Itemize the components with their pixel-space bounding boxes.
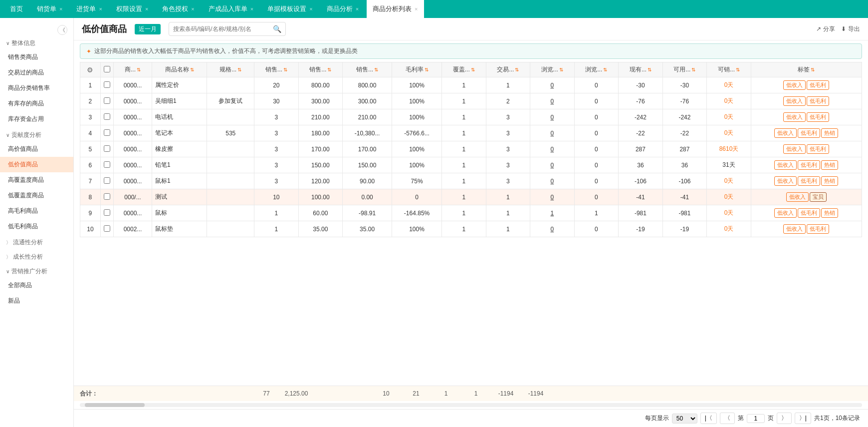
table-row[interactable]: 1 0000... 属性定价 20 800.00 800.00 100% 1 1… (80, 77, 862, 93)
table-row[interactable]: 3 0000... 电话机 3 210.00 210.00 100% 1 3 0… (80, 109, 862, 125)
close-icon[interactable]: × (309, 6, 312, 12)
sidebar-item-category-sales-rate[interactable]: 商品分类销售率 (0, 80, 73, 96)
row-checkbox[interactable] (104, 113, 110, 120)
cell-checkbox[interactable] (100, 141, 113, 157)
cell-checkbox[interactable] (100, 93, 113, 109)
share-button[interactable]: ↗ 分享 (816, 25, 835, 33)
table-row[interactable]: 2 0000... 吴细细1 参加复试 30 300.00 300.00 100… (80, 93, 862, 109)
horizontal-scrollbar[interactable] (80, 403, 862, 407)
col-available[interactable]: 可用...⇅ (662, 62, 707, 77)
current-page-input[interactable] (747, 414, 765, 423)
table-row[interactable]: 9 0000... 鼠标 1 60.00 -98.91 -164.85% 1 1… (80, 205, 862, 221)
cell-browse1[interactable]: 0 (530, 125, 575, 141)
export-button[interactable]: ⬇ 导出 (841, 25, 860, 33)
nav-product-analysis-list[interactable]: 商品分析列表× (367, 0, 424, 18)
col-amount[interactable]: 销售...⇅ (343, 62, 392, 77)
close-icon[interactable]: × (191, 6, 194, 12)
cell-checkbox[interactable] (100, 189, 113, 205)
nav-purchase[interactable]: 进货单× (70, 0, 108, 18)
col-gross-rate[interactable]: 毛利率⇅ (392, 62, 442, 77)
table-row[interactable]: 4 0000... 笔记本 535 3 180.00 -10,380... -5… (80, 125, 862, 141)
sidebar-item-low-value[interactable]: 低价值商品 (0, 157, 73, 172)
nav-home[interactable]: 首页 (4, 0, 29, 18)
col-settings[interactable]: ⚙ (80, 62, 101, 77)
cell-checkbox[interactable] (100, 125, 113, 141)
sidebar-item-new-products[interactable]: 新品 (0, 293, 73, 309)
cell-browse1[interactable]: 0 (530, 141, 575, 157)
table-row[interactable]: 6 0000... 铅笔1 3 150.00 150.00 100% 1 3 0… (80, 157, 862, 173)
row-checkbox[interactable] (104, 145, 110, 152)
search-input[interactable] (173, 25, 273, 32)
scrollbar-thumb[interactable] (85, 403, 145, 407)
col-stock[interactable]: 现有...⇅ (619, 62, 663, 77)
cell-checkbox[interactable] (100, 109, 113, 125)
nav-permissions[interactable]: 权限设置× (110, 0, 154, 18)
close-icon[interactable]: × (250, 6, 253, 12)
col-browse1[interactable]: 浏览...⇅ (530, 62, 575, 77)
table-row[interactable]: 10 0002... 鼠标垫 1 35.00 35.00 100% 1 1 0 … (80, 221, 862, 237)
row-checkbox[interactable] (104, 129, 110, 136)
sidebar-item-low-coverage[interactable]: 低覆盖度商品 (0, 188, 73, 203)
cell-checkbox[interactable] (100, 221, 113, 237)
row-checkbox[interactable] (104, 209, 110, 216)
cell-checkbox[interactable] (100, 173, 113, 189)
sidebar-item-high-coverage[interactable]: 高覆盖度商品 (0, 172, 73, 188)
select-all-checkbox[interactable] (104, 66, 110, 72)
close-icon[interactable]: × (356, 6, 359, 12)
nav-sales[interactable]: 销货单× (31, 0, 68, 18)
close-icon[interactable]: × (59, 6, 62, 12)
row-checkbox[interactable] (104, 97, 110, 104)
cell-browse1[interactable]: 0 (530, 93, 575, 109)
sidebar-item-all-products[interactable]: 全部商品 (0, 278, 73, 293)
col-saleable[interactable]: 可销...⇅ (707, 62, 751, 77)
sidebar-item-traded-products[interactable]: 交易过的商品 (0, 65, 73, 80)
row-checkbox[interactable] (104, 81, 110, 88)
sidebar-item-high-margin[interactable]: 高毛利商品 (0, 203, 73, 219)
nav-template[interactable]: 单据模板设置× (261, 0, 318, 18)
sidebar-item-inventory-funds[interactable]: 库存资金占用 (0, 111, 73, 127)
col-tags[interactable]: 标签⇅ (751, 62, 862, 77)
col-spec[interactable]: 规格...⇅ (207, 62, 254, 77)
col-qty[interactable]: 销售...⇅ (254, 62, 299, 77)
per-page-select[interactable]: 50 100 200 (672, 414, 697, 424)
sidebar-section-contribution[interactable]: ∨贡献度分析 (0, 127, 73, 141)
col-code[interactable]: 商...⇅ (113, 62, 152, 77)
cell-browse1[interactable]: 0 (530, 221, 575, 237)
sidebar-section-circulation[interactable]: 〉流通性分析 (0, 234, 73, 249)
first-page-btn[interactable]: |〈 (700, 413, 717, 424)
sidebar-item-in-stock-products[interactable]: 有库存的商品 (0, 96, 73, 111)
close-icon[interactable]: × (99, 6, 102, 12)
prev-page-btn[interactable]: 〈 (720, 413, 735, 424)
col-coverage[interactable]: 覆盖...⇅ (442, 62, 486, 77)
col-price[interactable]: 销售...⇅ (298, 62, 343, 77)
nav-finished-goods[interactable]: 产成品入库单× (203, 0, 259, 18)
sidebar-item-low-margin[interactable]: 低毛利商品 (0, 219, 73, 234)
cell-browse1[interactable]: 1 (530, 205, 575, 221)
row-checkbox[interactable] (104, 161, 110, 168)
nav-role-auth[interactable]: 角色授权× (156, 0, 200, 18)
period-button[interactable]: 近一月 (135, 24, 161, 34)
cell-checkbox[interactable] (100, 77, 113, 93)
sidebar-item-high-value[interactable]: 高价值商品 (0, 141, 73, 157)
sidebar-item-sales-products[interactable]: 销售类商品 (0, 49, 73, 65)
row-checkbox[interactable] (104, 177, 110, 184)
table-row[interactable]: 5 0000... 橡皮擦 3 170.00 170.00 100% 1 3 0… (80, 141, 862, 157)
last-page-btn[interactable]: 〉| (795, 413, 811, 424)
table-row[interactable]: 8 000/... 测试 10 100.00 0.00 0 1 1 0 0 -4… (80, 189, 862, 205)
nav-product-analysis[interactable]: 商品分析× (321, 0, 365, 18)
sidebar-section-overall[interactable]: ∨整体信息 (0, 35, 73, 49)
col-trade[interactable]: 交易...⇅ (486, 62, 530, 77)
cell-browse1[interactable]: 0 (530, 189, 575, 205)
cell-checkbox[interactable] (100, 205, 113, 221)
row-checkbox[interactable] (104, 225, 110, 232)
cell-browse1[interactable]: 0 (530, 173, 575, 189)
cell-browse1[interactable]: 0 (530, 109, 575, 125)
sidebar-section-marketing[interactable]: ∨营销推广分析 (0, 263, 73, 278)
col-name[interactable]: 商品名称⇅ (152, 62, 207, 77)
col-browse2[interactable]: 浏览...⇅ (574, 62, 619, 77)
cell-browse1[interactable]: 0 (530, 77, 575, 93)
collapse-sidebar-btn[interactable]: 《 (57, 25, 67, 35)
next-page-btn[interactable]: 〉 (777, 413, 792, 424)
search-icon[interactable]: 🔍 (273, 25, 281, 33)
col-checkbox[interactable] (100, 62, 113, 77)
